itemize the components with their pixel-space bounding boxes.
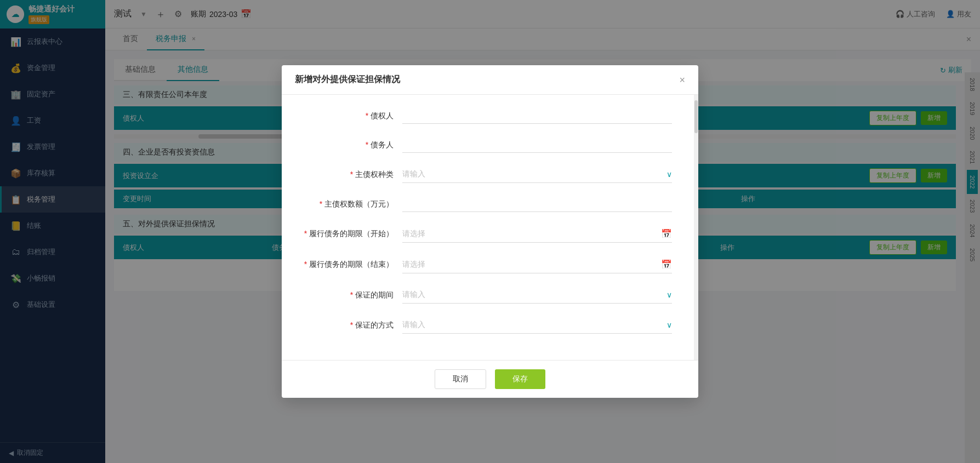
select-baozhengqijian[interactable]: 请输入 ∨ — [402, 287, 672, 304]
chevron-down-icon: ∨ — [666, 170, 672, 179]
form-field-zhuzhaiquanlei: * 主债权种类 请输入 ∨ — [304, 166, 672, 183]
select-zhuzhaiquanlei[interactable]: 请输入 ∨ — [402, 166, 672, 183]
form-label-lvxingstart: * 履行债务的期限（开始） — [304, 229, 402, 239]
form-field-zhaiquanren: * 债权人 — [304, 108, 672, 124]
date-lvxingstart[interactable]: 请选择 📅 — [402, 225, 672, 243]
dialog-title: 新增对外提供保证担保情况 — [295, 74, 400, 85]
form-label-baozhengqijian: * 保证的期间 — [304, 290, 402, 300]
dialog-scrollbar[interactable] — [694, 95, 698, 360]
chevron-down2-icon: ∨ — [666, 290, 672, 299]
dialog-overlay: 新增对外提供保证担保情况 × * 债权人 * 债务人 — [0, 0, 980, 463]
dialog-body: * 债权人 * 债务人 * 主债权种 — [282, 95, 694, 360]
calendar-end-icon: 📅 — [661, 259, 672, 270]
form-field-zhaiwuren: * 债务人 — [304, 137, 672, 153]
select-baozhengfangshi[interactable]: 请输入 ∨ — [402, 317, 672, 334]
dialog-header: 新增对外提供保证担保情况 × — [282, 65, 698, 95]
form-field-lvxingend: * 履行债务的期限（结束） 请选择 📅 — [304, 256, 672, 273]
date-lvxingend[interactable]: 请选择 📅 — [402, 256, 672, 273]
input-zhaiwuren[interactable] — [402, 137, 672, 153]
dialog-scrollbar-thumb — [694, 100, 698, 133]
form-label-zhuzhaiquanshu: * 主债权数额（万元） — [304, 199, 402, 209]
chevron-down3-icon: ∨ — [666, 321, 672, 329]
dialog-footer: 取消 保存 — [282, 360, 698, 398]
input-zhuzhaiquanshu[interactable] — [402, 196, 672, 212]
form-field-lvxingstart: * 履行债务的期限（开始） 请选择 📅 — [304, 225, 672, 243]
form-field-baozhengfangshi: * 保证的方式 请输入 ∨ — [304, 317, 672, 334]
form-label-zhuzhaiquanlei: * 主债权种类 — [304, 170, 402, 180]
save-button[interactable]: 保存 — [495, 369, 545, 389]
calendar-start-icon: 📅 — [661, 228, 672, 239]
form-field-baozhengqijian: * 保证的期间 请输入 ∨ — [304, 287, 672, 304]
dialog-body-wrapper: * 债权人 * 债务人 * 主债权种 — [282, 95, 698, 360]
form-label-zhaiwuren: * 债务人 — [304, 140, 402, 150]
form-field-zhuzhaiquanshu: * 主债权数额（万元） — [304, 196, 672, 212]
form-label-lvxingend: * 履行债务的期限（结束） — [304, 260, 402, 270]
dialog: 新增对外提供保证担保情况 × * 债权人 * 债务人 — [282, 65, 698, 398]
cancel-button[interactable]: 取消 — [435, 369, 486, 389]
input-zhaiquanren[interactable] — [402, 108, 672, 124]
form-label-baozhengfangshi: * 保证的方式 — [304, 321, 402, 330]
dialog-close-icon[interactable]: × — [679, 75, 685, 85]
form-label-zhaiquanren: * 债权人 — [304, 111, 402, 121]
